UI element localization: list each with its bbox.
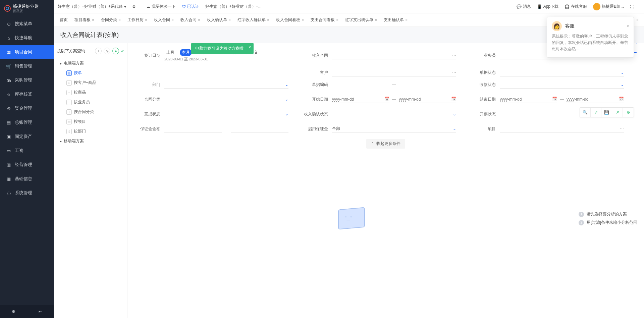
fullscreen-button[interactable]: ⛶	[630, 4, 634, 9]
tree-leaf-by-customer-product[interactable]: ⊞按客户+商品	[54, 78, 127, 88]
tab-income-contract-2[interactable]: 收入合同×	[177, 13, 204, 26]
bill-no-from[interactable]	[332, 81, 389, 88]
close-icon[interactable]: ×	[228, 18, 231, 22]
tab-home[interactable]: 首页	[56, 13, 71, 26]
contract-class-select[interactable]: ⌄	[164, 95, 288, 103]
sidebar-item-search[interactable]: ⊙搜索菜单	[0, 17, 54, 31]
box-icon: ⌾	[6, 92, 11, 97]
sidebar-item-sales[interactable]: 🛒销售管理	[0, 59, 54, 73]
ft-zoom-button[interactable]: 🔍	[580, 108, 591, 117]
customer-input[interactable]: ⋯	[332, 68, 456, 76]
product-combo2[interactable]: 好生意（普）+好业财（普）+...	[205, 4, 262, 9]
close-icon[interactable]: ×	[336, 18, 338, 22]
message-button[interactable]: 💬消息	[517, 4, 531, 9]
sidebar-item-stock[interactable]: ⌾库存核算	[0, 87, 54, 101]
filter-contract-class: 合同分类 ⌄	[134, 95, 288, 103]
tab-work-calendar[interactable]: 工作日历×	[124, 13, 151, 26]
sidebar-item-biz[interactable]: ▥经营管理	[0, 158, 54, 172]
close-icon[interactable]: ×	[267, 18, 269, 22]
close-icon[interactable]: ×	[198, 18, 200, 22]
ft-expand-button[interactable]: ⤢	[591, 108, 601, 117]
tab-project-board[interactable]: 项目看板×	[71, 13, 98, 26]
user-menu[interactable]: 畅捷通B组...	[593, 3, 624, 10]
sidebar-item-system[interactable]: ◌系统管理	[0, 186, 54, 200]
certified-badge[interactable]: 🛡已认证	[182, 4, 199, 9]
tree-leaf-by-bill[interactable]: ◎按单	[54, 68, 127, 78]
close-tip-button[interactable]: ×	[249, 45, 251, 50]
add-scheme-button[interactable]: +	[95, 48, 102, 54]
ft-export-button[interactable]: ↗	[612, 108, 623, 117]
settings-button[interactable]: ⚙	[0, 305, 27, 318]
sidebar-item-base[interactable]: ▦基础信息	[0, 172, 54, 186]
tab-contract-class[interactable]: 合同分类×	[98, 13, 124, 26]
sidebar-item-fund[interactable]: ⊛资金管理	[0, 101, 54, 115]
confirm-status-select[interactable]: ⌄	[332, 110, 456, 118]
tree-group-mobile[interactable]: ▸移动端方案	[54, 136, 127, 146]
tab-expense-confirm[interactable]: 支出确认单×	[380, 13, 411, 26]
collapse-scheme-button[interactable]: «	[121, 48, 124, 54]
collapse-filters-button[interactable]: ⌃收起更多条件	[366, 139, 405, 149]
deposit-to[interactable]	[231, 125, 288, 132]
tree-group-pc[interactable]: ▾电脑端方案	[54, 58, 127, 68]
sidebar-item-asset[interactable]: ▣固定资产	[0, 129, 54, 144]
end-date-to[interactable]: 📅	[567, 96, 624, 103]
tab-income-board[interactable]: 收入合同看板×	[273, 13, 307, 26]
tab-income-contract-1[interactable]: 收入合同×	[151, 13, 177, 26]
tab-red-income-confirm[interactable]: 红字收入确认单×	[234, 13, 273, 26]
more-icon[interactable]: ⋯	[620, 126, 624, 131]
use-deposit-select[interactable]: 全部⌄	[332, 125, 456, 133]
close-icon[interactable]: ×	[302, 18, 304, 22]
income-contract-input[interactable]: ⋯	[332, 51, 456, 59]
tab-expense-board[interactable]: 支出合同看板×	[307, 13, 342, 26]
sidebar-item-project-contract[interactable]: ▦项目合同	[0, 45, 54, 59]
topbar-gear[interactable]: ⚙	[132, 4, 136, 9]
close-icon[interactable]: ×	[145, 18, 147, 22]
ft-save-button[interactable]: 💾	[601, 108, 612, 117]
more-icon[interactable]: ⋯	[452, 53, 456, 58]
collapse-sidebar-button[interactable]: ⇤	[27, 305, 54, 318]
ft-settings-button[interactable]: ⚙	[623, 108, 634, 117]
calendar-icon[interactable]: 📅	[552, 97, 557, 101]
bill-status-select[interactable]: ⌄	[500, 68, 624, 76]
try-button[interactable]: ☁我要体验一下	[142, 4, 176, 9]
dq-last-month[interactable]: 上月	[164, 49, 176, 56]
online-service-button[interactable]: 🎧在线客服	[565, 4, 587, 9]
end-date-from[interactable]: 📅	[500, 96, 557, 103]
tree-leaf-by-contract-class[interactable]: ⫿按合同分类	[54, 107, 127, 117]
empty-step-2: 2用[过滤]条件来缩小分析范围	[579, 218, 637, 227]
calendar-icon[interactable]: 📅	[619, 97, 624, 101]
bill-no-to[interactable]	[399, 81, 456, 88]
complete-status-select[interactable]: ⌄	[164, 110, 288, 118]
close-icon[interactable]: ×	[405, 18, 408, 22]
calendar-icon[interactable]: 📅	[451, 97, 456, 101]
tree-leaf-by-project[interactable]: ▭按项目	[54, 117, 127, 126]
cloud-icon: ☁	[146, 4, 150, 9]
product-combo-dropdown[interactable]: 好生意（普）+好业财（普）+易代账▾	[58, 4, 126, 9]
dept-select[interactable]: ⌄	[164, 81, 288, 89]
start-date-to[interactable]: 📅	[399, 96, 456, 103]
close-all-tabs-button[interactable]: ×	[634, 18, 641, 22]
sidebar-item-ledger[interactable]: ▤总账管理	[0, 115, 54, 129]
deposit-from[interactable]	[164, 125, 222, 132]
sidebar-item-quicknav[interactable]: ⌂快捷导航	[0, 31, 54, 45]
tree-leaf-by-salesman[interactable]: ☰按业务员	[54, 97, 127, 107]
app-download-button[interactable]: 📱App下载	[537, 4, 558, 9]
cs-close-button[interactable]: ×	[627, 24, 629, 29]
calendar-icon[interactable]: 📅	[384, 97, 389, 101]
sidebar-item-purchase[interactable]: 🛍采购管理	[0, 73, 54, 87]
scheme-sync-button[interactable]: ●	[112, 48, 119, 54]
project-input[interactable]: ⋯	[500, 125, 624, 133]
sidebar-item-salary[interactable]: ▭工资	[0, 144, 54, 158]
tree-leaf-by-dept[interactable]: ▯按部门	[54, 126, 127, 136]
close-icon[interactable]: ×	[92, 18, 94, 22]
tab-red-expense-confirm[interactable]: 红字支出确认单×	[342, 13, 380, 26]
close-icon[interactable]: ×	[171, 18, 174, 22]
close-icon[interactable]: ×	[118, 18, 121, 22]
more-icon[interactable]: ⋯	[452, 70, 456, 75]
tab-income-confirm[interactable]: 收入确认单×	[204, 13, 234, 26]
close-icon[interactable]: ×	[375, 18, 377, 22]
receipt-status-select[interactable]: ⌄	[500, 81, 624, 89]
start-date-from[interactable]: 📅	[332, 96, 389, 103]
tree-leaf-by-product[interactable]: ≡按商品	[54, 88, 127, 97]
scheme-setting-button[interactable]: ⊚	[104, 48, 110, 54]
